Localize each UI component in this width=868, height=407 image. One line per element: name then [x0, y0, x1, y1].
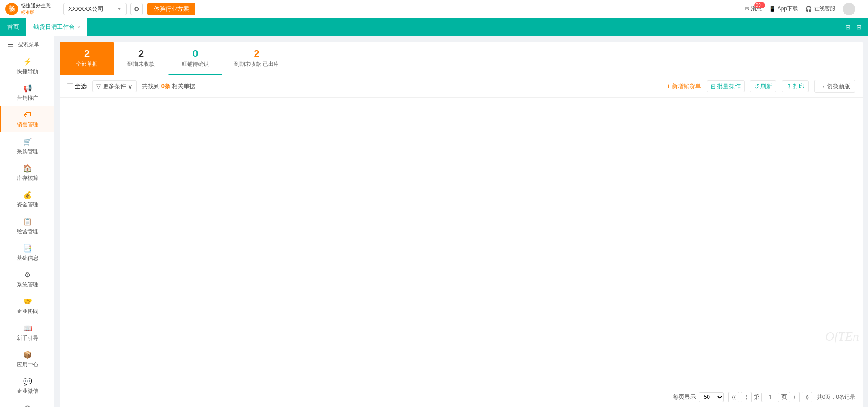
- sidebar-item-app-center[interactable]: 📦 应用中心: [0, 346, 54, 372]
- found-count: 0条: [161, 83, 170, 89]
- stat-tab-shipped[interactable]: 2 到期未收款 已出库: [222, 42, 291, 75]
- tab-actions: ⊟ ⊞: [843, 23, 868, 31]
- sidebar-item-marketing[interactable]: 📢 营销推广: [0, 79, 54, 106]
- top-header: 畅 畅捷通好生意 标准版 XXXXXX公司 ▼ ⚙ 体验行业方案 ✉ 消息 99…: [0, 0, 868, 18]
- house-icon: 🏠: [23, 164, 32, 173]
- batch-operation-button[interactable]: ⊞ 批量操作: [707, 80, 745, 92]
- first-page-button[interactable]: ⟨⟨: [728, 392, 739, 402]
- stat-tab-pending[interactable]: 0 旺铺待确认: [168, 42, 222, 75]
- sidebar-item-guide[interactable]: 📖 新手引导: [0, 319, 54, 346]
- toolbar: 全选 ▽ 更多条件 ∨ 共找到 0条 相关单据 + 新增销货单 ⊞ 批量操作 ↺: [60, 75, 863, 98]
- sidebar-item-quick-nav[interactable]: ⚡ 快捷导航: [0, 52, 54, 79]
- filter-icon: ▽: [96, 83, 101, 90]
- main-layout: ☰ 搜索菜单 ⚡ 快捷导航 📢 营销推广 🏷 销售管理 🛒 采购管理 🏠 库存核…: [0, 36, 868, 407]
- sidebar-item-search-menu[interactable]: ☰ 搜索菜单: [0, 36, 54, 52]
- stat-label-shipped: 到期未收款 已出库: [234, 61, 279, 68]
- stats-tabs: 2 全部单据 2 到期未收款 0 旺铺待确认 2 到期未收款 已出库: [60, 42, 863, 75]
- settings-icon: ⚙: [23, 270, 32, 279]
- trial-button[interactable]: 体验行业方案: [147, 3, 195, 15]
- money-icon: 💰: [23, 190, 32, 199]
- table-area: [60, 98, 863, 387]
- stat-label-all: 全部单据: [71, 61, 102, 68]
- company-name: XXXXXX公司: [68, 5, 114, 13]
- stat-num-pending: 0: [180, 48, 211, 60]
- sidebar-item-inventory[interactable]: 🏠 库存核算: [0, 159, 54, 186]
- page-size-selector[interactable]: 每页显示 50 20 100: [673, 392, 724, 402]
- select-all-checkbox[interactable]: [67, 83, 73, 89]
- sidebar-item-operation[interactable]: 📋 经营管理: [0, 212, 54, 239]
- settings-button[interactable]: ⚙: [130, 3, 143, 15]
- stat-num-shipped: 2: [234, 48, 279, 60]
- tab-close-icon[interactable]: ×: [77, 24, 80, 30]
- found-text: 共找到 0条 相关单据: [142, 82, 195, 90]
- nav-tabs: 首页 钱货日清工作台 × ⊟ ⊞: [0, 18, 868, 36]
- select-all-area[interactable]: 全选: [67, 82, 87, 90]
- stat-tab-overdue[interactable]: 2 到期未收款: [114, 42, 168, 75]
- switch-version-button[interactable]: ↔ 切换新版: [814, 80, 855, 93]
- tab-home[interactable]: 首页: [0, 18, 26, 36]
- search-icon: ☰: [6, 40, 15, 49]
- chevron-down-icon: ▼: [117, 6, 122, 11]
- tag-icon: 🏷: [23, 110, 32, 119]
- tab-active[interactable]: 钱货日清工作台 ×: [26, 18, 87, 36]
- toolbar-right: + 新增销货单 ⊞ 批量操作 ↺ 刷新 🖨 打印 ↔ 切换新版: [667, 80, 855, 93]
- document-icon: 📑: [23, 243, 32, 253]
- stat-label-overdue: 到期未收款: [126, 61, 156, 68]
- page-nav: ⟨⟨ ⟨ 第 页 ⟩ ⟩⟩: [728, 392, 812, 402]
- chat-icon: 💬: [23, 377, 32, 386]
- last-page-button[interactable]: ⟩⟩: [802, 392, 812, 402]
- stat-tab-all[interactable]: 2 全部单据: [60, 42, 114, 75]
- clipboard-icon: 📋: [23, 217, 32, 226]
- filter-button[interactable]: ▽ 更多条件 ∨: [92, 80, 137, 92]
- message-button[interactable]: ✉ 消息 99+: [745, 5, 762, 13]
- logo-icon: 畅: [5, 3, 18, 15]
- book-icon: 📖: [23, 323, 32, 332]
- stat-num-all: 2: [71, 48, 102, 60]
- message-icon: ✉: [745, 6, 749, 12]
- sidebar-item-basic-info[interactable]: 📑 基础信息: [0, 239, 54, 266]
- next-page-button[interactable]: ⟩: [789, 392, 800, 402]
- tab-minimize-icon[interactable]: ⊟: [843, 23, 854, 31]
- sidebar-item-wechat[interactable]: 💬 企业微信: [0, 372, 54, 399]
- select-all-label: 全选: [75, 82, 87, 90]
- message-badge: 99+: [754, 2, 765, 8]
- add-sales-order-button[interactable]: + 新增销货单: [667, 82, 701, 90]
- headset-icon: 🎧: [805, 6, 812, 12]
- stat-num-overdue: 2: [126, 48, 156, 60]
- stat-label-pending: 旺铺待确认: [180, 61, 211, 68]
- online-service-button[interactable]: 🎧 在线客服: [805, 5, 835, 13]
- refresh-icon: ↺: [754, 83, 759, 90]
- refresh-button[interactable]: ↺ 刷新: [750, 80, 776, 92]
- phone-icon: 📱: [769, 6, 776, 12]
- handshake-icon: 🤝: [23, 297, 32, 306]
- prev-page-button[interactable]: ⟨: [741, 392, 752, 402]
- pagination: 每页显示 50 20 100 ⟨⟨ ⟨ 第 页 ⟩ ⟩⟩ 共0页，0条记录: [60, 387, 863, 407]
- sidebar-item-finance[interactable]: 💰 资金管理: [0, 186, 54, 212]
- box-icon: 📦: [23, 350, 32, 359]
- sidebar: ☰ 搜索菜单 ⚡ 快捷导航 📢 营销推广 🏷 销售管理 🛒 采购管理 🏠 库存核…: [0, 36, 54, 407]
- avatar[interactable]: [843, 3, 855, 15]
- header-right: ✉ 消息 99+ 📱 App下载 🎧 在线客服: [745, 3, 863, 15]
- logo-area: 畅 畅捷通好生意 标准版: [5, 2, 60, 15]
- page-number-input[interactable]: [761, 393, 779, 402]
- sidebar-item-sales[interactable]: 🏷 销售管理: [0, 106, 54, 132]
- cart-icon: 🛒: [23, 137, 32, 146]
- sidebar-item-purchase[interactable]: 🛒 采购管理: [0, 132, 54, 159]
- print-button[interactable]: 🖨 打印: [782, 80, 809, 92]
- filter-dropdown-icon: ∨: [128, 83, 132, 90]
- page-size-select-input[interactable]: 50 20 100: [699, 392, 724, 402]
- switch-icon: ↔: [819, 83, 825, 90]
- company-selector[interactable]: XXXXXX公司 ▼: [63, 3, 127, 15]
- print-icon: 🖨: [786, 83, 792, 90]
- sidebar-item-cooperation[interactable]: 🤝 企业协同: [0, 292, 54, 319]
- crown-icon: ♛: [23, 403, 32, 407]
- megaphone-icon: 📢: [23, 84, 32, 93]
- lightning-icon: ⚡: [23, 57, 32, 66]
- sidebar-item-system[interactable]: ⚙ 系统管理: [0, 266, 54, 292]
- app-download-button[interactable]: 📱 App下载: [769, 5, 798, 13]
- sidebar-item-member[interactable]: ♛ 畅会员: [0, 399, 54, 407]
- logo-text: 畅捷通好生意 标准版: [21, 2, 51, 15]
- page-input-area: 第 页: [754, 393, 787, 402]
- tab-maximize-icon[interactable]: ⊞: [854, 23, 864, 31]
- batch-icon: ⊞: [711, 83, 716, 90]
